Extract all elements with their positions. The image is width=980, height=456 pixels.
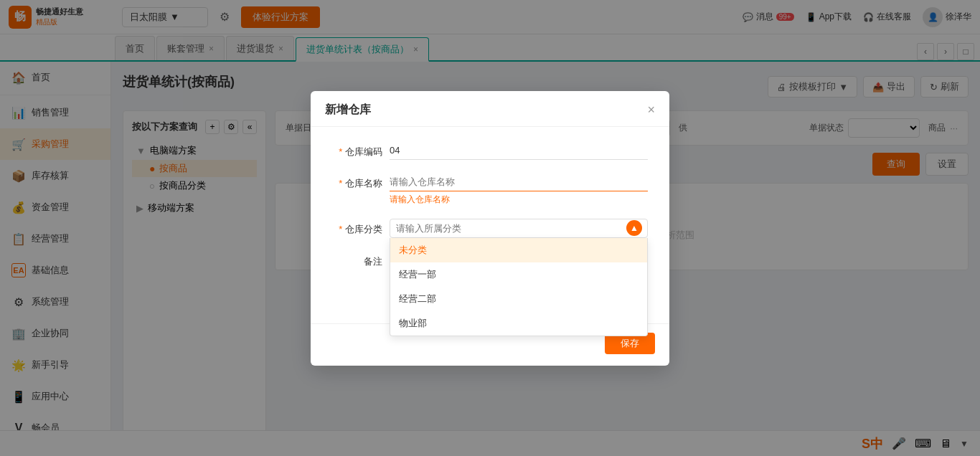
dialog-header: 新增仓库 × (311, 91, 669, 127)
name-input[interactable] (390, 173, 648, 191)
name-error-msg: 请输入仓库名称 (390, 194, 648, 206)
option-dept2[interactable]: 经营二部 (390, 287, 647, 311)
option-property[interactable]: 物业部 (390, 311, 647, 336)
code-label: 仓库编码 (332, 141, 390, 158)
category-dropdown: 未分类 经营一部 经营二部 物业部 (390, 238, 648, 336)
category-arrow-button[interactable]: ▲ (626, 220, 642, 236)
code-control (390, 141, 648, 160)
form-item-category: 仓库分类 ▲ 未分类 经营一部 经营二部 物业部 (332, 219, 648, 238)
category-input[interactable] (390, 219, 648, 238)
remark-label: 备注 (332, 251, 390, 268)
form-item-name: 仓库名称 请输入仓库名称 (332, 173, 648, 206)
category-select-wrapper: ▲ 未分类 经营一部 经营二部 物业部 (390, 219, 648, 238)
category-control: ▲ 未分类 经营一部 经营二部 物业部 (390, 219, 648, 238)
name-label: 仓库名称 (332, 173, 390, 190)
dialog-close-button[interactable]: × (647, 103, 655, 118)
option-dept1[interactable]: 经营一部 (390, 262, 647, 287)
dialog-title: 新增仓库 (325, 103, 371, 118)
modal-overlay: 新增仓库 × 仓库编码 仓库名称 请输入仓库名称 仓库分类 (0, 0, 980, 456)
code-input[interactable] (390, 141, 648, 160)
dialog-body: 仓库编码 仓库名称 请输入仓库名称 仓库分类 ▲ (311, 127, 669, 323)
add-warehouse-dialog: 新增仓库 × 仓库编码 仓库名称 请输入仓库名称 仓库分类 (311, 91, 669, 366)
option-uncategorized[interactable]: 未分类 (390, 238, 647, 262)
category-label: 仓库分类 (332, 219, 390, 236)
form-item-code: 仓库编码 (332, 141, 648, 160)
name-control: 请输入仓库名称 (390, 173, 648, 206)
